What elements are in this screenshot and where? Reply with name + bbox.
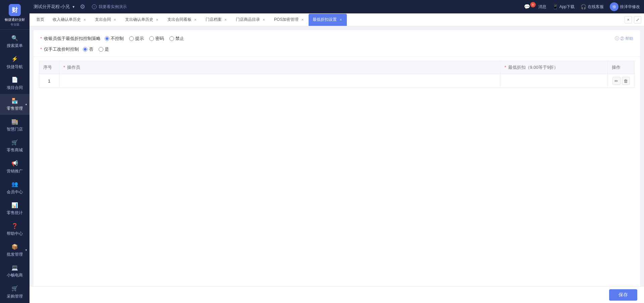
sidebar-item-member-center[interactable]: 👥 会员中心 <box>0 177 30 198</box>
tab-close-icon[interactable]: × <box>194 17 197 22</box>
app-logo-icon: 财 <box>9 4 21 16</box>
cell-seq: 1 <box>39 74 59 88</box>
strategy-option-label: 禁止 <box>175 36 184 42</box>
tab-close-icon[interactable]: × <box>113 17 117 22</box>
ecommerce-icon: 💻 <box>11 264 18 271</box>
sidebar-item-ecommerce[interactable]: 💻 小畅电商 <box>0 261 30 282</box>
help-link[interactable]: ⓘ ② 帮助 <box>615 36 633 42</box>
demo-link[interactable]: ○ 我要看实例演示 <box>92 4 127 10</box>
tab-pos-encrypt[interactable]: POS加密管理 × <box>270 14 309 26</box>
discount-table: 序号 * 操作员 * 最低折扣（9.00等于9折） <box>39 61 635 88</box>
manual-radio-yes[interactable] <box>99 47 103 52</box>
tab-expenditure-confirm-history[interactable]: 支出确认单历史 × <box>121 14 163 26</box>
tab-store-archive[interactable]: 门店档案 × <box>202 14 232 26</box>
tab-close-icon[interactable]: × <box>83 17 87 22</box>
delete-row-button[interactable]: 🗑 <box>622 77 630 85</box>
service-icon: 🎧 <box>581 4 586 9</box>
strategy-option-label: 不控制 <box>111 36 124 42</box>
sidebar-item-retail-management[interactable]: 🏪 零售管理 ▲ <box>0 94 30 115</box>
tab-expenditure-contract[interactable]: 支出合同 × <box>91 14 121 26</box>
sidebar-item-smart-store[interactable]: 🏬 智慧门店 <box>0 115 30 136</box>
strategy-option-hint[interactable]: 提示 <box>129 36 144 42</box>
settings-gear-icon[interactable]: ⚙ <box>80 3 85 10</box>
tab-close-all-button[interactable]: × <box>625 16 632 23</box>
sidebar-item-project-contract[interactable]: 📄 项目合同 <box>0 73 30 94</box>
sidebar-item-search[interactable]: 🔍 搜索菜单 <box>0 31 30 52</box>
save-button[interactable]: 保存 <box>609 289 637 301</box>
online-service-label: 在线客服 <box>588 4 604 10</box>
user-profile-button[interactable]: 徐 徐泽华修改 <box>610 2 640 11</box>
tab-label: POS加密管理 <box>274 17 299 22</box>
tab-expand-button[interactable]: ⤢ <box>634 16 641 23</box>
tab-store-products[interactable]: 门店商品目录 × <box>232 14 270 26</box>
strategy-row: * 收银员低于最低折扣控制策略 不控制 提示 <box>40 36 633 42</box>
sidebar-item-help[interactable]: ❓ 帮助中心 <box>0 219 30 240</box>
edit-icon: ✏ <box>614 79 618 84</box>
sidebar-item-label: 快捷导航 <box>7 64 23 70</box>
messages-badge: 8 <box>530 2 536 7</box>
tab-label: 最低折扣设置 <box>313 17 337 22</box>
strategy-option-password[interactable]: 密码 <box>149 36 164 42</box>
app-edition: 专业版 <box>10 22 19 27</box>
smart-store-icon: 🏬 <box>11 118 18 125</box>
manual-option-yes[interactable]: 是 <box>99 46 109 52</box>
strategy-option-forbid[interactable]: 禁止 <box>169 36 184 42</box>
tab-close-icon[interactable]: × <box>155 17 159 22</box>
manual-radio-no[interactable] <box>83 47 88 52</box>
sidebar-item-online-shop[interactable]: 🛒 零售商城 <box>0 136 30 156</box>
manual-radio-group: 否 是 <box>83 46 109 52</box>
action-btn-group: ✏ 🗑 <box>612 77 630 85</box>
retail-arrow-icon: ▲ <box>25 102 28 106</box>
tab-close-icon[interactable]: × <box>339 17 342 22</box>
marketing-icon: 📢 <box>11 160 18 167</box>
cell-operator <box>59 74 500 88</box>
messages-label: 消息 <box>538 4 546 10</box>
messages-button[interactable]: 💬 8 消息 <box>524 4 546 10</box>
tab-label: 支出确认单历史 <box>125 17 153 22</box>
tab-close-icon[interactable]: × <box>262 17 266 22</box>
required-star: * <box>504 65 506 70</box>
project-selector[interactable]: 测试分开花程-小兄 ▼ ⚙ <box>34 3 85 10</box>
table-section: 序号 * 操作员 * 最低折扣（9.00等于9折） <box>34 57 640 92</box>
manual-option-label: 否 <box>89 46 93 52</box>
page-card: ⓘ ② 帮助 * 收银员低于最低折扣控制策略 不控制 <box>34 30 640 291</box>
tab-close-icon[interactable]: × <box>224 17 227 22</box>
strategy-radio-hint[interactable] <box>129 36 134 41</box>
tab-label: 门店档案 <box>206 17 222 22</box>
tab-expenditure-board[interactable]: 支出合同看板 × <box>163 14 202 26</box>
sidebar-item-label: 小畅电商 <box>7 272 23 278</box>
tab-min-discount-setting[interactable]: 最低折扣设置 × <box>309 14 347 26</box>
manual-option-no[interactable]: 否 <box>83 46 93 52</box>
tab-income-confirm-history[interactable]: 收入确认单历史 × <box>49 14 91 26</box>
tab-close-icon[interactable]: × <box>301 17 304 22</box>
sidebar-item-purchase[interactable]: 🛒 采购管理 <box>0 282 30 302</box>
strategy-option-label: 提示 <box>135 36 144 42</box>
messages-icon: 💬 <box>524 4 530 10</box>
sidebar-item-label: 营销推广 <box>7 168 23 174</box>
purchase-icon: 🛒 <box>11 285 18 292</box>
sidebar-item-label: 批发管理 <box>7 252 23 257</box>
app-download-button[interactable]: 📱 App下载 <box>552 4 575 10</box>
sidebar-item-label: 会员中心 <box>7 189 23 195</box>
app-download-icon: 📱 <box>552 4 558 9</box>
sidebar-item-wholesale[interactable]: 📦 批发管理 ▼ <box>0 240 30 261</box>
retail-icon: 🏪 <box>11 97 18 105</box>
avatar-text: 徐 <box>612 4 616 9</box>
sidebar-item-retail-stats[interactable]: 📊 零售统计 <box>0 198 30 219</box>
strategy-radio-forbid[interactable] <box>169 36 174 41</box>
tab-home[interactable]: 首页 <box>32 14 49 26</box>
help-circle-icon: ⓘ <box>615 36 619 42</box>
sidebar-item-marketing[interactable]: 📢 营销推广 <box>0 156 30 177</box>
content-area: ⓘ ② 帮助 * 收银员低于最低折扣控制策略 不控制 <box>30 26 644 303</box>
sidebar-item-quicknav[interactable]: ⚡ 快捷导航 <box>0 52 30 73</box>
strategy-option-no-control[interactable]: 不控制 <box>105 36 124 42</box>
member-icon: 👥 <box>11 181 18 188</box>
edit-row-button[interactable]: ✏ <box>612 77 621 85</box>
online-service-button[interactable]: 🎧 在线客服 <box>581 4 604 10</box>
strategy-radio-no-control[interactable] <box>105 36 109 41</box>
strategy-label: * 收银员低于最低折扣控制策略 <box>40 36 101 42</box>
sidebar-item-label: 项目合同 <box>7 85 23 91</box>
sidebar-item-label: 智慧门店 <box>7 127 23 132</box>
tab-label: 支出合同看板 <box>167 17 192 22</box>
strategy-radio-password[interactable] <box>149 36 154 41</box>
